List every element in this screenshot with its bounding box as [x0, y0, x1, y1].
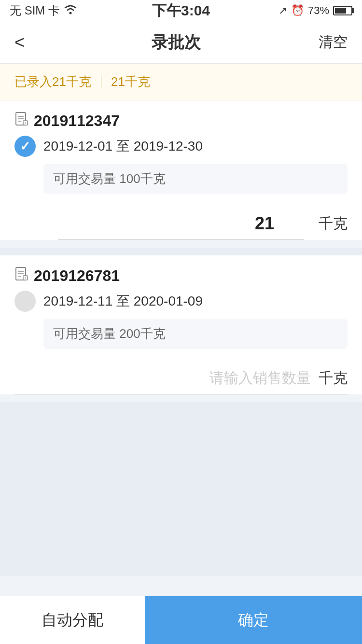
page-title: 录批次 — [152, 31, 201, 54]
radio-1[interactable]: ✓ — [14, 136, 36, 157]
info-divider — [101, 75, 101, 89]
batch-2-header: 2019126781 — [14, 267, 348, 285]
batch-icon-2 — [14, 267, 29, 285]
batch-card-2: 2019126781 2019-12-11 至 2020-01-09 可用交易量… — [0, 255, 362, 394]
recorded-value: 21千克 — [111, 73, 150, 90]
batch-1-availability: 可用交易量 100千克 — [43, 164, 348, 194]
batch-1-unit: 千克 — [319, 214, 348, 234]
location-icon: ↗ — [278, 4, 287, 17]
svg-point-0 — [70, 12, 72, 14]
battery-percent: 73% — [308, 4, 329, 17]
status-left: 无 SIM 卡 — [10, 3, 77, 18]
batch-1-quantity-row: 21 千克 — [0, 204, 362, 234]
batch-2-unit: 千克 — [319, 368, 348, 388]
batch-1-row[interactable]: ✓ 2019-12-01 至 2019-12-30 — [14, 136, 348, 157]
confirm-button[interactable]: 确定 — [145, 596, 362, 644]
radio-2[interactable] — [14, 291, 36, 312]
batch-2-input-placeholder: 请输入销售数量 — [14, 368, 311, 388]
nav-bar: < 录批次 清空 — [0, 21, 362, 64]
batch-1-underline — [58, 239, 304, 240]
section-separator — [0, 248, 362, 255]
wifi-icon — [64, 4, 77, 17]
battery-icon — [333, 6, 352, 15]
batch-2-underline — [14, 394, 348, 394]
check-icon-1: ✓ — [20, 139, 30, 154]
content-area: 2019112347 ✓ 2019-12-01 至 2019-12-30 可用交… — [0, 100, 362, 624]
bottom-bar: 自动分配 确定 — [0, 596, 362, 644]
batch-1-date: 2019-12-01 至 2019-12-30 — [43, 137, 203, 155]
batch-2-row[interactable]: 2019-12-11 至 2020-01-09 — [14, 291, 348, 312]
auto-distribute-button[interactable]: 自动分配 — [0, 596, 145, 644]
batch-2-input-row: 请输入销售数量 千克 — [0, 359, 362, 388]
batch-1-quantity: 21 — [255, 213, 274, 234]
clear-button[interactable]: 清空 — [309, 32, 348, 52]
info-banner: 已录入21千克 21千克 — [0, 64, 362, 100]
time-display: 下午3:04 — [152, 1, 210, 21]
batch-2-id: 2019126781 — [34, 267, 120, 285]
alarm-icon: ⏰ — [291, 4, 304, 17]
batch-1-header: 2019112347 — [14, 112, 348, 130]
batch-1-inner: 2019112347 ✓ 2019-12-01 至 2019-12-30 可用交… — [0, 100, 362, 204]
batch-2-date: 2019-12-11 至 2020-01-09 — [43, 292, 203, 310]
batch-card-1: 2019112347 ✓ 2019-12-01 至 2019-12-30 可用交… — [0, 100, 362, 240]
status-bar: 无 SIM 卡 下午3:04 ↗ ⏰ 73% — [0, 0, 362, 21]
batch-2-availability: 可用交易量 200千克 — [43, 319, 348, 349]
batch-1-id: 2019112347 — [34, 112, 120, 130]
back-button[interactable]: < — [14, 32, 43, 53]
status-right: ↗ ⏰ 73% — [278, 4, 352, 17]
gray-area — [0, 402, 362, 576]
carrier-text: 无 SIM 卡 — [10, 3, 60, 18]
batch-icon-1 — [14, 112, 29, 130]
batch-2-inner: 2019126781 2019-12-11 至 2020-01-09 可用交易量… — [0, 255, 362, 359]
recorded-label: 已录入21千克 — [14, 73, 91, 90]
